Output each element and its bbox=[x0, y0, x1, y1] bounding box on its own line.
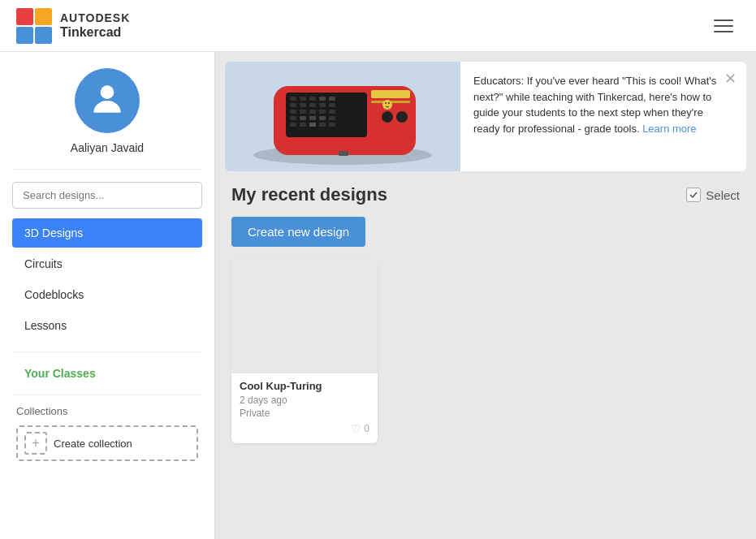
sidebar-item-lessons[interactable]: Lessons bbox=[12, 311, 202, 340]
svg-rect-14 bbox=[309, 103, 316, 107]
svg-rect-9 bbox=[309, 97, 316, 101]
svg-rect-18 bbox=[300, 110, 306, 114]
svg-rect-28 bbox=[300, 123, 306, 127]
notification-learn-more-link[interactable]: Learn more bbox=[642, 123, 696, 135]
your-classes-link[interactable]: Your Classes bbox=[12, 362, 202, 385]
like-count: 0 bbox=[364, 423, 369, 434]
notification-banner: Educators: If you've ever heard "This is… bbox=[225, 62, 746, 171]
svg-rect-16 bbox=[329, 103, 335, 107]
app-header: AUTODESK Tinkercad bbox=[0, 0, 756, 52]
design-name: Cool Kup-Turing bbox=[240, 380, 369, 392]
designs-grid: Cool Kup-Turing 2 days ago Private ♡ 0 bbox=[231, 260, 740, 443]
svg-rect-22 bbox=[290, 116, 296, 120]
avatar bbox=[75, 68, 140, 133]
create-collection-button[interactable]: + Create collection bbox=[16, 425, 198, 461]
logo-cell-red bbox=[16, 8, 33, 25]
svg-point-32 bbox=[382, 111, 393, 123]
svg-rect-17 bbox=[290, 110, 296, 114]
select-area[interactable]: Select bbox=[686, 188, 740, 202]
svg-rect-11 bbox=[329, 97, 335, 101]
svg-point-34 bbox=[382, 100, 392, 110]
main-content: Educators: If you've ever heard "This is… bbox=[215, 52, 756, 539]
svg-rect-19 bbox=[309, 110, 316, 114]
recent-designs-title: My recent designs bbox=[231, 184, 387, 205]
tinkercad-label: Tinkercad bbox=[60, 24, 130, 40]
user-name: Aaliyan Javaid bbox=[71, 141, 144, 154]
select-checkbox[interactable] bbox=[686, 188, 701, 202]
design-privacy: Private bbox=[240, 407, 369, 419]
like-area[interactable]: ♡ 0 bbox=[351, 422, 369, 435]
banner-image bbox=[225, 62, 460, 171]
svg-rect-12 bbox=[290, 103, 296, 107]
design-info: Cool Kup-Turing 2 days ago Private ♡ 0 bbox=[231, 373, 378, 443]
sidebar-divider-2 bbox=[12, 395, 202, 395]
user-profile-section: Aaliyan Javaid bbox=[12, 68, 202, 170]
design-thumbnail bbox=[231, 260, 378, 373]
svg-point-36 bbox=[388, 102, 390, 104]
svg-rect-24 bbox=[309, 116, 316, 120]
plus-icon: + bbox=[24, 432, 47, 455]
logo-cell-blue-right bbox=[35, 27, 52, 44]
recent-designs-section: My recent designs Select Create new desi… bbox=[215, 171, 756, 456]
svg-rect-37 bbox=[339, 151, 348, 156]
sidebar-item-circuits[interactable]: Circuits bbox=[12, 249, 202, 278]
svg-point-35 bbox=[385, 102, 387, 104]
heart-icon: ♡ bbox=[351, 422, 361, 435]
sidebar: Aaliyan Javaid 3D Designs Circuits Codeb… bbox=[0, 52, 215, 539]
svg-rect-4 bbox=[286, 93, 367, 137]
hamburger-line-3 bbox=[714, 31, 733, 32]
design-date: 2 days ago bbox=[240, 395, 369, 406]
design-card[interactable]: Cool Kup-Turing 2 days ago Private ♡ 0 bbox=[231, 260, 378, 443]
hamburger-line-2 bbox=[714, 25, 733, 27]
svg-rect-7 bbox=[290, 97, 296, 101]
sidebar-item-codeblocks[interactable]: Codeblocks bbox=[12, 280, 202, 309]
collections-label: Collections bbox=[16, 405, 198, 417]
svg-rect-13 bbox=[300, 103, 306, 107]
svg-rect-25 bbox=[319, 116, 326, 120]
hamburger-menu-button[interactable] bbox=[707, 13, 740, 39]
svg-rect-15 bbox=[319, 103, 326, 107]
design-footer: ♡ 0 bbox=[240, 422, 369, 435]
svg-rect-5 bbox=[371, 90, 410, 98]
main-layout: Aaliyan Javaid 3D Designs Circuits Codeb… bbox=[0, 52, 756, 539]
svg-point-0 bbox=[101, 85, 114, 99]
search-input[interactable] bbox=[12, 182, 202, 209]
banner-illustration bbox=[225, 62, 460, 171]
header-title: AUTODESK Tinkercad bbox=[60, 11, 130, 41]
create-new-design-button[interactable]: Create new design bbox=[231, 217, 365, 247]
svg-rect-20 bbox=[319, 110, 326, 114]
autodesk-label: AUTODESK bbox=[60, 11, 130, 25]
svg-rect-23 bbox=[300, 116, 306, 120]
design-thumbnail-image bbox=[231, 260, 378, 373]
checkbox-check-icon bbox=[689, 190, 698, 200]
svg-rect-26 bbox=[329, 116, 335, 120]
user-avatar-icon bbox=[87, 79, 127, 123]
sidebar-item-3d-designs[interactable]: 3D Designs bbox=[12, 218, 202, 248]
recent-designs-header: My recent designs Select bbox=[231, 184, 740, 205]
tinkercad-logo-icon bbox=[16, 8, 52, 44]
svg-rect-8 bbox=[300, 97, 306, 101]
hamburger-line-1 bbox=[714, 19, 733, 21]
svg-point-33 bbox=[396, 111, 408, 123]
svg-rect-29 bbox=[309, 123, 316, 127]
svg-rect-30 bbox=[319, 123, 326, 127]
logo-area: AUTODESK Tinkercad bbox=[16, 8, 130, 44]
sidebar-divider-1 bbox=[12, 351, 202, 352]
svg-rect-31 bbox=[329, 123, 335, 127]
notification-text-box: Educators: If you've ever heard "This is… bbox=[460, 62, 746, 171]
create-collection-label: Create collection bbox=[54, 438, 132, 450]
select-label: Select bbox=[706, 188, 740, 202]
svg-rect-21 bbox=[329, 110, 335, 114]
svg-rect-38 bbox=[231, 260, 378, 373]
notification-close-button[interactable]: ✕ bbox=[724, 70, 737, 88]
logo-cell-blue-left bbox=[16, 27, 33, 44]
svg-rect-10 bbox=[319, 97, 326, 101]
svg-rect-27 bbox=[290, 123, 296, 127]
logo-cell-orange bbox=[35, 8, 52, 25]
collections-section: Collections + Create collection bbox=[12, 405, 202, 461]
